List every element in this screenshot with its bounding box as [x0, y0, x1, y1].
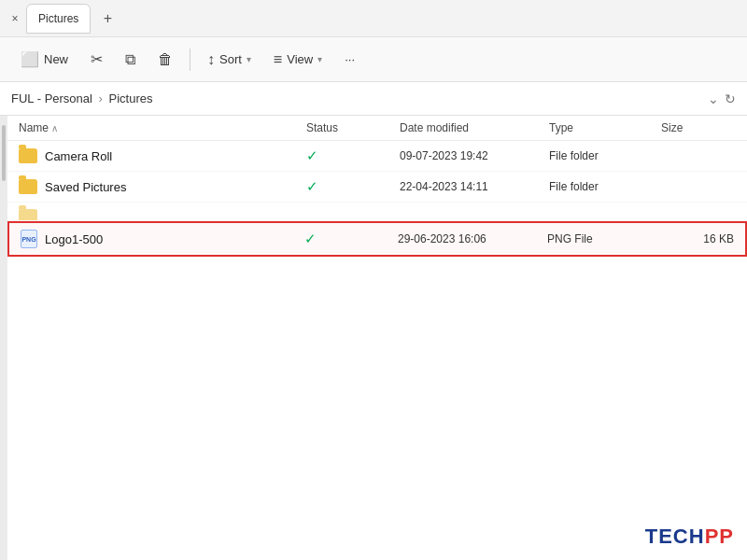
list-item[interactable] — [7, 203, 747, 221]
scroll-bar[interactable] — [0, 116, 7, 560]
title-bar: × Pictures + — [0, 0, 747, 37]
path-prefix: FUL - Personal — [11, 91, 92, 105]
scroll-thumb[interactable] — [2, 125, 6, 181]
new-icon: ⬜ — [21, 50, 39, 68]
list-item[interactable]: Camera Roll✓09-07-2023 19:42File folder — [7, 141, 747, 172]
copy-button[interactable]: ⧉ — [116, 46, 145, 74]
active-tab[interactable]: Pictures — [26, 4, 91, 34]
cut-icon: ✂ — [91, 50, 103, 68]
col-sort-arrow-icon: ∧ — [51, 123, 58, 133]
col-name-label: Name — [19, 121, 49, 134]
main-area: Name ∧ Status Date modified Type Size Ca… — [0, 116, 747, 560]
path-folder: Pictures — [109, 91, 153, 105]
toolbar: ⬜ New ✂ ⧉ 🗑 ↕ Sort ▾ ≡ View ▾ ··· — [0, 37, 747, 82]
tab-close-button[interactable]: × — [7, 11, 22, 26]
new-tab-button[interactable]: + — [94, 6, 120, 32]
sort-icon: ↕ — [207, 51, 215, 68]
file-status-cell: ✓ — [306, 147, 400, 164]
col-size-label: Size — [661, 121, 683, 134]
col-type-header[interactable]: Type — [549, 121, 661, 134]
file-name-cell: Saved Pictures — [19, 179, 306, 194]
file-type-cell: File folder — [549, 149, 661, 162]
delete-button[interactable]: 🗑 — [148, 46, 182, 74]
address-bar: FUL - Personal › Pictures ⌄ ↻ — [0, 82, 747, 116]
refresh-icon[interactable]: ↻ — [725, 91, 736, 106]
sort-label: Sort — [219, 52, 242, 66]
sort-chevron-icon: ▾ — [247, 54, 251, 64]
status-check-icon: ✓ — [306, 178, 318, 194]
col-status-header[interactable]: Status — [306, 121, 400, 134]
col-type-label: Type — [549, 121, 573, 134]
new-button[interactable]: ⬜ New — [11, 45, 78, 74]
col-name-header[interactable]: Name ∧ — [19, 121, 306, 134]
file-date-cell: 22-04-2023 14:11 — [400, 180, 549, 193]
file-name-cell: PNGLogo1-500 — [21, 230, 304, 248]
view-label: View — [287, 52, 313, 66]
file-name-text: Logo1-500 — [45, 232, 103, 246]
file-rows-container: Camera Roll✓09-07-2023 19:42File folderS… — [7, 141, 747, 257]
file-name-text: Saved Pictures — [45, 180, 126, 194]
new-label: New — [44, 52, 68, 66]
file-status-cell: ✓ — [304, 231, 398, 247]
watermark-tech: TECH — [645, 525, 705, 548]
status-check-icon: ✓ — [304, 231, 317, 246]
list-item[interactable]: PNGLogo1-500✓29-06-2023 16:06PNG File16 … — [7, 221, 747, 257]
folder-icon — [19, 209, 37, 221]
path-separator: › — [99, 91, 106, 105]
file-list: Name ∧ Status Date modified Type Size Ca… — [7, 116, 747, 560]
file-date-cell: 09-07-2023 19:42 — [400, 149, 549, 162]
delete-icon: 🗑 — [158, 51, 173, 68]
view-icon: ≡ — [274, 51, 282, 68]
file-size-cell: 16 KB — [659, 232, 734, 245]
sort-button[interactable]: ↕ Sort ▾ — [198, 46, 261, 74]
copy-icon: ⧉ — [125, 51, 135, 68]
more-button[interactable]: ··· — [335, 47, 364, 72]
col-size-header[interactable]: Size — [661, 121, 736, 134]
watermark: TECHPP — [645, 525, 734, 549]
more-icon: ··· — [345, 52, 355, 66]
list-item[interactable]: Saved Pictures✓22-04-2023 14:11File fold… — [7, 172, 747, 203]
col-date-header[interactable]: Date modified — [400, 121, 549, 134]
folder-icon — [19, 148, 37, 163]
folder-icon — [19, 179, 37, 194]
png-file-icon: PNG — [21, 230, 37, 248]
file-type-cell: PNG File — [547, 232, 659, 245]
tab-label: Pictures — [38, 12, 78, 25]
watermark-pp: PP — [705, 525, 734, 548]
file-date-cell: 29-06-2023 16:06 — [398, 232, 547, 245]
col-date-label: Date modified — [400, 121, 469, 134]
file-name-cell: Camera Roll — [19, 148, 306, 163]
file-type-cell: File folder — [549, 180, 661, 193]
toolbar-separator — [190, 49, 190, 71]
cut-button[interactable]: ✂ — [81, 45, 112, 74]
file-name-text: Camera Roll — [45, 149, 112, 163]
column-headers: Name ∧ Status Date modified Type Size — [7, 116, 747, 141]
view-chevron-icon: ▾ — [317, 54, 322, 64]
file-status-cell: ✓ — [306, 178, 400, 195]
address-chevron-icon[interactable]: ⌄ — [708, 91, 719, 106]
col-status-label: Status — [306, 121, 338, 134]
address-path[interactable]: FUL - Personal › Pictures — [11, 91, 702, 105]
view-button[interactable]: ≡ View ▾ — [264, 46, 331, 74]
status-check-icon: ✓ — [306, 147, 318, 163]
